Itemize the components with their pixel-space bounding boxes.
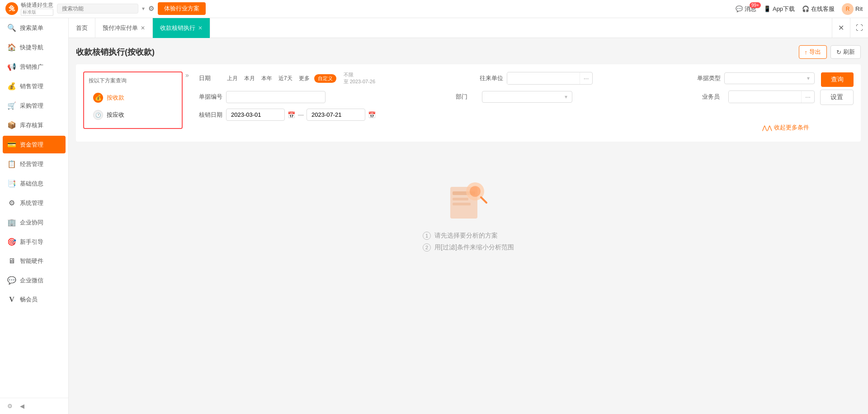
tab-close-btn[interactable]: ✕: [832, 18, 850, 38]
sidebar-label-purchase: 采购管理: [20, 102, 43, 110]
app-download-label: App下载: [773, 5, 795, 13]
sidebar-item-basic[interactable]: 📑 基础信息: [0, 174, 68, 193]
department-dropdown[interactable]: ▾: [482, 91, 572, 103]
department-label: 部门: [456, 93, 478, 101]
filter-form-area: 日期 上月 本月 本年 近7天 更多 自定义: [199, 71, 854, 134]
search-input[interactable]: [57, 4, 138, 14]
filter-panel: 按以下方案查询 💰 按收款 🕐 按应收 »: [76, 64, 861, 142]
empty-state: 1 请先选择要分析的方案 2 用[过滤]条件来缩小分析范围: [76, 142, 861, 279]
user-item[interactable]: R Rit: [842, 3, 863, 15]
content-area: 首页 预付冲应付单 ✕ 收款核销执行 ✕ ✕ ⛶ 收款核销执行(按收款) ↑: [69, 18, 868, 414]
sidebar-item-wechat[interactable]: 💬 企业微信: [0, 271, 68, 290]
app-download-item[interactable]: 📱 App下载: [764, 5, 795, 13]
sidebar-item-member[interactable]: V 畅会员: [0, 290, 68, 309]
svg-rect-2: [453, 198, 468, 200]
sidebar-collapse-icon[interactable]: ◀: [20, 403, 24, 409]
sidebar-item-purchase[interactable]: 🛒 采购管理: [0, 96, 68, 115]
more-conditions: ⋀⋀ 收起更多条件: [199, 121, 815, 134]
date-to-label: 至 2023-07-26: [344, 78, 375, 85]
settings-button[interactable]: 设置: [820, 90, 854, 105]
staff-text-input[interactable]: [729, 91, 801, 103]
message-badge: 99+: [750, 2, 761, 8]
staff-input[interactable]: ···: [728, 90, 815, 103]
tab-receivable-close[interactable]: ✕: [198, 25, 203, 31]
bill-type-dropdown[interactable]: ▾: [724, 72, 815, 84]
sidebar-label-finance: 资金管理: [20, 141, 43, 149]
operations-icon: 📋: [7, 160, 16, 168]
tab-expand-btn[interactable]: ⛶: [850, 18, 868, 38]
date-chip-last-month[interactable]: 上月: [225, 74, 240, 83]
date-chip-this-month[interactable]: 本月: [242, 74, 257, 83]
sidebar-item-hardware[interactable]: 🖥 智能硬件: [0, 252, 68, 271]
hardware-icon: 🖥: [7, 257, 16, 265]
tab-receivable[interactable]: 收款核销执行 ✕: [153, 18, 210, 38]
verify-date-end-input[interactable]: [307, 109, 365, 121]
online-service-item[interactable]: 🎧 在线客服: [802, 5, 835, 13]
calendar-end-icon[interactable]: 📅: [368, 111, 376, 119]
partner-ellipsis-btn[interactable]: ···: [580, 72, 593, 84]
export-button[interactable]: ↑ 导出: [799, 45, 827, 59]
sidebar-item-quick-nav[interactable]: 🏠 快捷导航: [0, 38, 68, 57]
filter-option-by-receipt[interactable]: 💰 按收款: [89, 89, 177, 106]
sidebar-item-inventory[interactable]: 📦 库存核算: [0, 115, 68, 135]
filter-option-receipt-label: 按收款: [107, 94, 124, 102]
sidebar: 🔍 搜索菜单 🏠 快捷导航 📢 营销推广 💰 销售管理 🛒 采购管理 📦 库存核…: [0, 18, 69, 414]
receivable-icon: 🕐: [93, 110, 103, 120]
purchase-icon: 🛒: [7, 101, 16, 110]
partner-field: 往来单位 ···: [480, 72, 593, 85]
refresh-button[interactable]: ↻ 刷新: [830, 45, 861, 59]
query-button[interactable]: 查询: [821, 72, 854, 87]
sidebar-item-guide[interactable]: 🎯 新手引导: [0, 232, 68, 252]
date-chip-7days[interactable]: 近7天: [277, 74, 294, 83]
filter-option-by-receivable[interactable]: 🕐 按应收: [89, 106, 177, 124]
sidebar-label-operations: 经营管理: [20, 160, 43, 168]
page-title: 收款核销执行(按收款): [76, 47, 155, 57]
dropdown-arrow-icon[interactable]: ▾: [142, 5, 145, 12]
query-row-1: 日期 上月 本月 本年 近7天 更多 自定义: [199, 71, 815, 85]
query-row-3: 核销日期 📅 — 📅: [199, 109, 815, 121]
sidebar-item-enterprise[interactable]: 🏢 企业协同: [0, 213, 68, 232]
calendar-start-icon[interactable]: 📅: [288, 111, 295, 119]
inventory-icon: 📦: [7, 121, 16, 129]
tab-receivable-label: 收款核销执行: [160, 24, 195, 32]
sidebar-label-marketing: 营销推广: [20, 63, 43, 71]
refresh-icon: ↻: [836, 49, 841, 56]
marketing-icon: 📢: [7, 62, 16, 71]
more-conditions-button[interactable]: ⋀⋀ 收起更多条件: [757, 121, 815, 134]
step-num-1: 1: [423, 232, 431, 240]
verify-date-start-input[interactable]: [226, 109, 285, 121]
sales-icon: 💰: [7, 82, 16, 90]
sidebar-item-marketing[interactable]: 📢 营销推广: [0, 57, 68, 76]
sidebar-label-member: 畅会员: [20, 295, 38, 304]
sidebar-item-search-menu[interactable]: 🔍 搜索菜单: [0, 18, 68, 38]
message-item[interactable]: 💬 消息 99+: [736, 5, 756, 13]
partner-text-input[interactable]: [507, 73, 580, 84]
solution-button[interactable]: 体验行业方案: [158, 2, 206, 15]
filter-collapse-btn[interactable]: »: [183, 71, 192, 79]
sidebar-item-system[interactable]: ⚙ 系统管理: [0, 193, 68, 213]
sidebar-gear-icon[interactable]: ⚙: [7, 403, 13, 409]
settings-icon[interactable]: ⚙: [148, 5, 154, 13]
date-chip-this-year[interactable]: 本年: [259, 74, 274, 83]
sidebar-label-guide: 新手引导: [20, 238, 43, 246]
partner-input[interactable]: ···: [507, 72, 593, 85]
date-chip-more[interactable]: 更多: [297, 74, 311, 83]
staff-ellipsis-btn[interactable]: ···: [801, 91, 814, 103]
sidebar-item-operations[interactable]: 📋 经营管理: [0, 154, 68, 174]
message-icon: 💬: [736, 5, 743, 12]
tab-prepay[interactable]: 预付冲应付单 ✕: [95, 18, 153, 38]
date-chip-custom[interactable]: 自定义: [314, 74, 336, 83]
online-service-label: 在线客服: [811, 5, 835, 13]
bill-no-label: 单据编号: [199, 93, 222, 101]
bill-no-input[interactable]: [226, 91, 326, 103]
topbar: 兔 畅捷通好生意 标准版 ▾ ⚙ 体验行业方案 💬 消息 99+ 📱 App下载…: [0, 0, 868, 18]
bill-type-field: 单据类型 ▾: [697, 72, 815, 84]
svg-rect-3: [453, 203, 471, 205]
sidebar-item-sales[interactable]: 💰 销售管理: [0, 76, 68, 96]
tab-prepay-close[interactable]: ✕: [141, 25, 145, 31]
sidebar-label-quick-nav: 快捷导航: [20, 43, 43, 52]
page-actions: ↑ 导出 ↻ 刷新: [799, 45, 861, 59]
sidebar-item-finance[interactable]: 💳 资金管理: [3, 136, 66, 153]
wechat-icon: 💬: [7, 276, 16, 285]
tab-home[interactable]: 首页: [69, 18, 95, 38]
